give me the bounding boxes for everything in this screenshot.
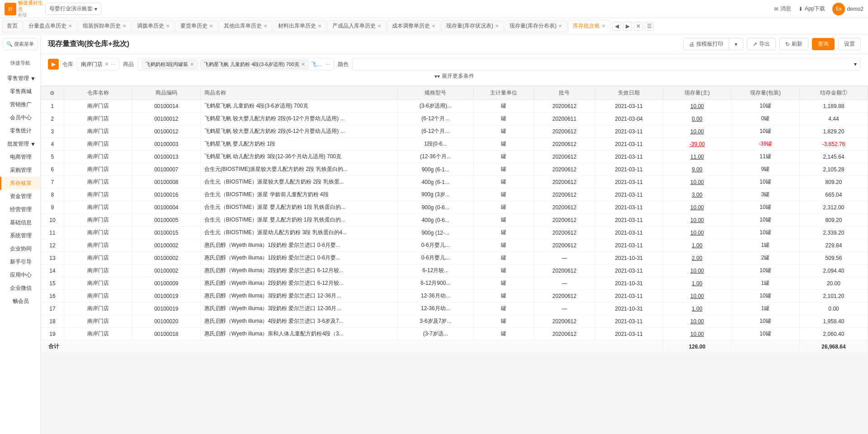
sidebar-item-retail-mgmt[interactable]: 零售管理 ▼ [0,72,40,85]
row-stock-main[interactable]: 10.00 [663,214,731,226]
tab-inventory-dist[interactable]: 现存量(库存分布表) ✕ [505,20,567,33]
row-stock-main[interactable]: 10.00 [663,328,731,340]
row-stock-main[interactable]: 10.00 [663,125,731,138]
row-name: 惠氏启醇（Wyeth illuma）3段奶粉 爱尔兰进口 12-36月... [200,290,397,302]
tab-menu-btn[interactable]: ☰ [645,22,654,31]
search-menu-button[interactable]: 🔍 搜索菜单 [3,38,38,50]
tab-close-icon[interactable]: ✕ [264,24,267,28]
sidebar-item-wechat[interactable]: 企业微信 [0,282,40,295]
tab-assembly[interactable]: 组装拆卸单历史 ✕ [78,20,131,33]
sidebar-item-system[interactable]: 系统管理 [0,229,40,242]
row-code: 00100009 [132,277,200,290]
workspace-selector[interactable]: 母婴行业演示账套 ▾ [45,3,101,15]
product-filter-label: 商品 [123,61,134,68]
product-filter[interactable]: 飞鹤奶粉3段丙罐装 ✕ 飞鹤星飞帆 儿童奶粉 4段(3-6岁适用) 700克 ✕… [137,58,334,71]
row-stock-main[interactable]: -39.00 [663,138,731,151]
tab-close-icon[interactable]: ✕ [123,24,126,28]
row-stock-main[interactable]: 1.00 [663,239,731,252]
sidebar-item-guide[interactable]: 新手引导 [0,255,40,269]
row-name: 惠氏启醇（Wyeth illuma）2段奶粉 爱尔兰进口 6-12月较... [200,264,397,277]
tab-close-icon[interactable]: ✕ [558,24,562,28]
ellipsis-more[interactable]: ··· [326,61,330,67]
row-num: 6 [41,163,64,176]
row-expire: 2021-03-11 [595,264,663,277]
tab-cost-adjust[interactable]: 成本调整单历史 ✕ [387,20,440,33]
sidebar-item-marketing[interactable]: 营销推广 [0,98,40,111]
page-title: 现存量查询(按仓库+批次) [48,39,129,49]
row-balance: 2,094.40 [799,264,868,277]
tab-close-icon[interactable]: ✕ [166,24,170,28]
col-gear[interactable]: ⚙ [41,86,64,100]
close-icon[interactable]: ✕ [104,61,109,67]
tab-home[interactable]: 首页 [2,20,23,33]
message-button[interactable]: ✉ 消息 [774,5,791,13]
row-batch: 20200612 [534,176,594,189]
sidebar-item-purchase[interactable]: 采购管理 [0,164,40,177]
color-filter[interactable]: ▾ [352,58,861,71]
tab-close-icon[interactable]: ✕ [495,24,499,28]
row-stock-main[interactable]: 3.00 [663,189,731,201]
row-stock-main[interactable]: 10.00 [663,226,731,239]
sidebar-item-finance[interactable]: 资金管理 [0,190,40,203]
sidebar-item-app-center[interactable]: 应用中心 [0,269,40,282]
tab-requisition[interactable]: 要货单历史 ✕ [175,20,218,33]
tab-batch-account[interactable]: 库存批次账 ✕ [568,20,610,33]
print-dropdown-button[interactable]: ▾ [729,39,743,49]
sidebar-item-wholesale[interactable]: 批发管理 ▼ [0,137,40,151]
tab-next-btn[interactable]: ▶ [623,22,632,31]
template-print-button[interactable]: 🖨 按模板打印 [684,38,729,50]
tab-material-outbound[interactable]: 材料出库单历史 ✕ [273,20,326,33]
sidebar-item-retail-stats[interactable]: 零售统计 [0,124,40,137]
row-spec: 12-36月幼... [397,302,473,315]
tab-transfer[interactable]: 调拨单历史 ✕ [132,20,175,33]
tab-close-icon[interactable]: ✕ [68,24,72,28]
sidebar-item-member[interactable]: 会员中心 [0,111,40,124]
row-num: 12 [41,239,64,252]
sidebar-item-member-pro[interactable]: 畅会员 [0,295,40,308]
row-stock-main[interactable]: 11.00 [663,151,731,163]
row-stock-main[interactable]: 1.00 [663,302,731,315]
tab-finished-inbound[interactable]: 产成品入库单历史 ✕ [327,20,386,33]
app-download-button[interactable]: ⬇ App下载 [798,5,825,13]
tab-close-icon[interactable]: ✕ [432,24,435,28]
settings-button[interactable]: 设置 [838,38,861,50]
tab-close-icon[interactable]: ✕ [318,24,321,28]
row-stock-main[interactable]: 10.00 [663,176,731,189]
row-spec: (6-12个月... [397,113,473,125]
sidebar-item-enterprise[interactable]: 企业协同 [0,242,40,255]
row-stock-main[interactable]: 0.00 [663,113,731,125]
tab-other-outbound[interactable]: 其他出库单历史 ✕ [219,20,272,33]
warehouse-filter[interactable]: 南岸门店 ✕ ··· [77,58,119,71]
tab-inventory-status[interactable]: 现存量(库存状况表) ✕ [441,20,504,33]
export-button[interactable]: ↗ 导出 [747,38,776,50]
query-button[interactable]: 查询 [812,38,835,50]
row-stock-main[interactable]: 9.00 [663,163,731,176]
sidebar-item-ecommerce[interactable]: 电商管理 [0,151,40,164]
row-stock-main[interactable]: 10.00 [663,290,731,302]
tab-close-icon[interactable]: ✕ [209,24,213,28]
filter-expand-toggle[interactable]: ▶ [48,59,59,70]
sidebar-item-basics[interactable]: 基础信息 [0,216,40,229]
sidebar-item-retail-mall[interactable]: 零售商城 [0,85,40,98]
row-stock-main[interactable]: 2.00 [663,252,731,264]
sidebar-item-inventory[interactable]: 库存核算 [0,177,40,190]
tab-close-icon[interactable]: ✕ [602,24,605,28]
ellipsis-more[interactable]: ··· [111,61,115,67]
row-stock-main[interactable]: 10.00 [663,315,731,328]
tab-prev-btn[interactable]: ◀ [612,22,621,31]
tab-close-icon[interactable]: ✕ [377,24,381,28]
tab-partial-inventory[interactable]: 分量盘点单历史 ✕ [24,20,77,33]
sidebar-item-operations[interactable]: 经营管理 [0,203,40,216]
row-stock-main[interactable]: 10.00 [663,100,731,113]
row-stock-main[interactable]: 10.00 [663,264,731,277]
product-more-link[interactable]: 飞… [311,61,322,68]
quick-nav-button[interactable]: 快捷导航 [0,56,40,70]
row-stock-main[interactable]: 1.00 [663,277,731,290]
product-tag-close-1[interactable]: ✕ [190,61,194,67]
refresh-button[interactable]: ↻ 刷新 [779,38,808,50]
tab-close-all-btn[interactable]: ✕ [634,22,643,31]
user-profile[interactable]: Ea demo2 [832,3,863,15]
expand-more-btn[interactable]: ▾▾ 展开更多条件 [434,72,474,80]
product-tag-close-2[interactable]: ✕ [301,61,305,67]
row-stock-main[interactable]: 10.00 [663,201,731,214]
